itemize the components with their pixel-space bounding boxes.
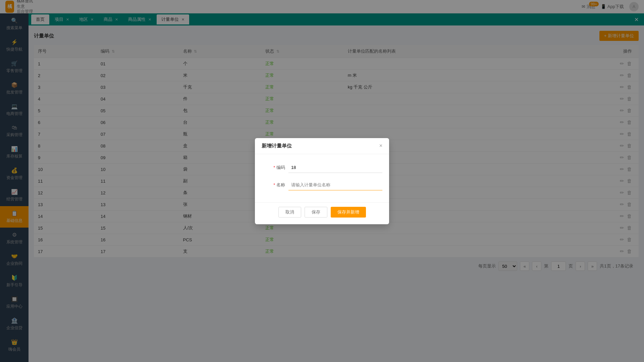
code-label: 编码 <box>262 165 285 171</box>
save-button[interactable]: 保存 <box>305 207 327 218</box>
modal-close-button[interactable]: × <box>379 143 382 149</box>
save-and-new-button[interactable]: 保存并新增 <box>331 207 366 218</box>
modal-title: 新增计量单位 <box>262 143 292 149</box>
modal-header: 新增计量单位 × <box>255 138 389 154</box>
name-field-row: 名称 <box>262 180 382 190</box>
name-input[interactable] <box>288 180 382 190</box>
code-field-row: 编码 <box>262 162 382 173</box>
code-input[interactable] <box>288 162 382 173</box>
cancel-button[interactable]: 取消 <box>278 207 301 218</box>
modal-body: 编码 名称 <box>255 154 389 202</box>
modal-footer: 取消 保存 保存并新增 <box>255 202 389 224</box>
name-label: 名称 <box>262 182 285 188</box>
add-unit-modal: 新增计量单位 × 编码 名称 取消 保存 保存并新增 <box>255 138 389 224</box>
modal-overlay[interactable]: 新增计量单位 × 编码 名称 取消 保存 保存并新增 <box>0 0 644 362</box>
